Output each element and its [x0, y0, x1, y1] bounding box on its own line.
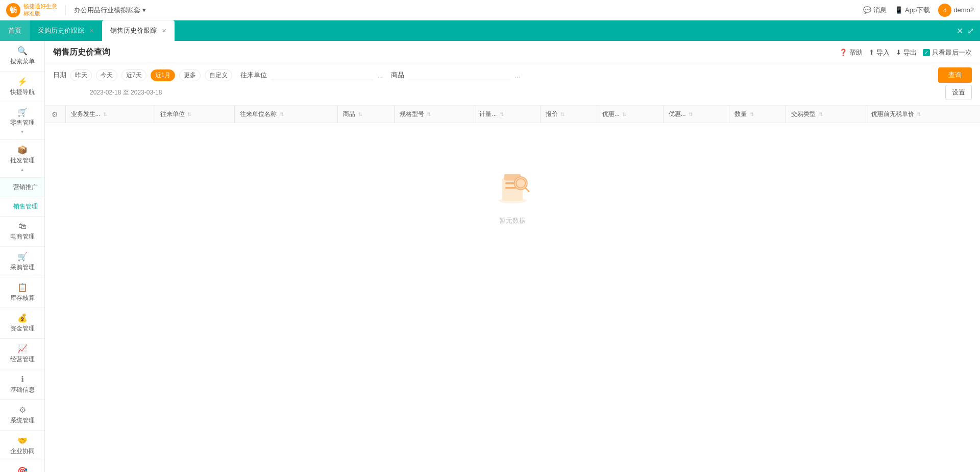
ecommerce-icon: 🛍 — [18, 222, 27, 231]
sort-icon: ⇅ — [917, 111, 921, 117]
sort-icon: ⇅ — [500, 111, 504, 117]
table-container: ⚙ 业务发生... ⇅ 往来单位 ⇅ 往来单位名称 ⇅ — [45, 106, 980, 472]
logo-icon: 畅 — [6, 3, 20, 17]
table-settings-icon[interactable]: ⚙ — [52, 110, 58, 119]
tab-purchase-history-close[interactable]: ✕ — [89, 28, 94, 34]
counterparty-filter-group: 往来单位 ... — [240, 70, 383, 80]
sort-icon: ⇅ — [280, 111, 284, 117]
column-quantity[interactable]: 数量 ⇅ — [729, 106, 786, 123]
main-layout: 🔍 搜索菜单 ⚡ 快捷导航 🛒 零售管理 ▾ 📦 批发管理 ▴ 营销推广 销售管… — [0, 41, 980, 472]
tab-home[interactable]: 首页 — [0, 20, 30, 41]
filter-row-2: 2023-02-18 至 2023-03-18 设置 — [53, 85, 972, 100]
settings-button[interactable]: 设置 — [945, 85, 972, 100]
sidebar-item-basic-info[interactable]: ℹ 基础信息 — [0, 369, 44, 400]
chevron-down-icon: ▾ — [142, 6, 146, 14]
query-button[interactable]: 查询 — [938, 67, 972, 83]
tab-sales-history-close[interactable]: ✕ — [162, 28, 166, 34]
page-title: 销售历史价查询 — [53, 47, 110, 58]
sort-icon: ⇅ — [622, 111, 626, 117]
column-transaction-type[interactable]: 交易类型 ⇅ — [786, 106, 866, 123]
top-bar: 畅 畅捷通好生意 标准版 办公用品行业模拟账套 ▾ 💬 消息 📱 App下载 d… — [0, 0, 980, 20]
today-btn[interactable]: 今天 — [96, 69, 117, 81]
last1month-btn[interactable]: 近1月 — [151, 69, 176, 81]
sidebar-item-sales-promo[interactable]: 营销推广 — [0, 178, 44, 197]
logo-area: 畅 畅捷通好生意 标准版 — [6, 3, 57, 17]
sidebar-item-retail-mgmt[interactable]: 🛒 零售管理 ▾ — [0, 102, 44, 140]
column-product[interactable]: 商品 ⇅ — [338, 106, 395, 123]
export-btn[interactable]: ⬇ 导出 — [896, 48, 917, 57]
checkbox-indicator: ✓ — [923, 49, 930, 56]
purchase-icon: 🛒 — [17, 252, 28, 262]
avatar: d — [938, 4, 951, 17]
sidebar-item-quick-nav[interactable]: ⚡ 快捷导航 — [0, 72, 44, 102]
sidebar-item-enterprise-collab[interactable]: 🤝 企业协同 — [0, 431, 44, 461]
tab-purchase-history[interactable]: 采购历史价跟踪 ✕ — [30, 20, 102, 41]
yesterday-btn[interactable]: 昨天 — [70, 69, 92, 81]
sidebar-item-ops-mgmt[interactable]: 📈 经营管理 — [0, 339, 44, 369]
export-icon: ⬇ — [896, 49, 901, 56]
basic-info-icon: ℹ — [21, 374, 24, 384]
sales-history-table: ⚙ 业务发生... ⇅ 往来单位 ⇅ 往来单位名称 ⇅ — [45, 106, 980, 123]
counterparty-picker-btn[interactable]: ... — [377, 72, 383, 79]
sort-icon: ⇅ — [187, 111, 191, 117]
sidebar-item-purchase-mgmt[interactable]: 🛒 采购管理 — [0, 247, 44, 277]
quick-nav-icon: ⚡ — [17, 77, 28, 86]
filter-action-btns: 查询 — [938, 67, 972, 83]
tab-bar: 首页 采购历史价跟踪 ✕ 销售历史价跟踪 ✕ ✕ ⤢ — [0, 20, 980, 41]
sort-icon: ⇅ — [819, 111, 823, 117]
column-quoted-price[interactable]: 报价 ⇅ — [541, 106, 597, 123]
sidebar: 🔍 搜索菜单 ⚡ 快捷导航 🛒 零售管理 ▾ 📦 批发管理 ▴ 营销推广 销售管… — [0, 41, 45, 472]
top-bar-left: 畅 畅捷通好生意 标准版 办公用品行业模拟账套 ▾ — [6, 3, 146, 17]
message-btn[interactable]: 💬 消息 — [863, 6, 887, 15]
column-unit[interactable]: 计量... ⇅ — [474, 106, 541, 123]
sidebar-item-finance-mgmt[interactable]: 💰 资金管理 — [0, 308, 44, 339]
table-header-row: ⚙ 业务发生... ⇅ 往来单位 ⇅ 往来单位名称 ⇅ — [45, 106, 980, 123]
close-all-tabs-btn[interactable]: ✕ — [957, 26, 963, 36]
logo-text: 畅捷通好生意 标准版 — [23, 3, 57, 16]
system-icon: ⚙ — [19, 405, 26, 415]
only-last-checkbox[interactable]: ✓ 只看最后一次 — [923, 48, 972, 57]
sidebar-item-inventory-check[interactable]: 📋 库存核算 — [0, 277, 44, 308]
counterparty-input[interactable] — [271, 70, 373, 80]
last7days-btn[interactable]: 近7天 — [121, 69, 146, 81]
import-btn[interactable]: ⬆ 导入 — [869, 48, 890, 57]
column-discount2[interactable]: 优惠... ⇅ — [663, 106, 729, 123]
message-icon: 💬 — [863, 6, 871, 14]
tab-actions: ✕ ⤢ — [957, 26, 980, 36]
more-btn[interactable]: 更多 — [179, 69, 201, 81]
finance-icon: 💰 — [17, 313, 28, 323]
app-download-btn[interactable]: 📱 App下载 — [895, 6, 930, 15]
column-counterparty[interactable]: 往来单位 ⇅ — [155, 106, 234, 123]
tab-sales-history[interactable]: 销售历史价跟踪 ✕ — [102, 20, 175, 41]
sidebar-item-ecommerce-mgmt[interactable]: 🛍 电商管理 — [0, 217, 44, 247]
help-btn[interactable]: ❓ 帮助 — [839, 48, 863, 57]
expand-btn[interactable]: ⤢ — [967, 26, 974, 36]
retail-icon: 🛒 — [17, 107, 28, 117]
sidebar-item-sales-mgmt[interactable]: 销售管理 — [0, 197, 44, 217]
product-filter-group: 商品 ... — [391, 70, 520, 80]
date-range-display: 2023-02-18 至 2023-03-18 — [90, 88, 162, 97]
sidebar-item-system-mgmt[interactable]: ⚙ 系统管理 — [0, 400, 44, 431]
collab-icon: 🤝 — [17, 436, 28, 445]
wholesale-icon: 📦 — [17, 145, 28, 155]
phone-icon: 📱 — [895, 6, 903, 14]
column-counterparty-name[interactable]: 往来单位名称 ⇅ — [235, 106, 338, 123]
column-settings[interactable]: ⚙ — [45, 106, 65, 123]
column-discount1[interactable]: 优惠... ⇅ — [597, 106, 663, 123]
user-menu[interactable]: d demo2 — [938, 4, 974, 17]
workspace-selector[interactable]: 办公用品行业模拟账套 ▾ — [74, 6, 146, 15]
column-business-date[interactable]: 业务发生... ⇅ — [65, 106, 155, 123]
sidebar-item-wholesale-mgmt[interactable]: 📦 批发管理 ▴ — [0, 140, 44, 178]
product-picker-btn[interactable]: ... — [514, 72, 520, 79]
sort-icon: ⇅ — [689, 111, 693, 117]
custom-btn[interactable]: 自定义 — [205, 69, 232, 81]
sidebar-item-new-guide[interactable]: 🎯 新手引导 — [0, 461, 44, 472]
product-input[interactable] — [408, 70, 510, 80]
sort-icon: ⇅ — [750, 111, 754, 117]
top-bar-divider — [65, 5, 66, 15]
empty-text: 暂元数据 — [499, 216, 526, 225]
sidebar-item-search-menu[interactable]: 🔍 搜索菜单 — [0, 41, 44, 72]
page-header-actions: ❓ 帮助 ⬆ 导入 ⬇ 导出 ✓ 只看最后一次 — [839, 48, 972, 57]
column-spec[interactable]: 规格型号 ⇅ — [394, 106, 474, 123]
column-pre-discount-price[interactable]: 优惠前无税单价 ⇅ — [866, 106, 980, 123]
